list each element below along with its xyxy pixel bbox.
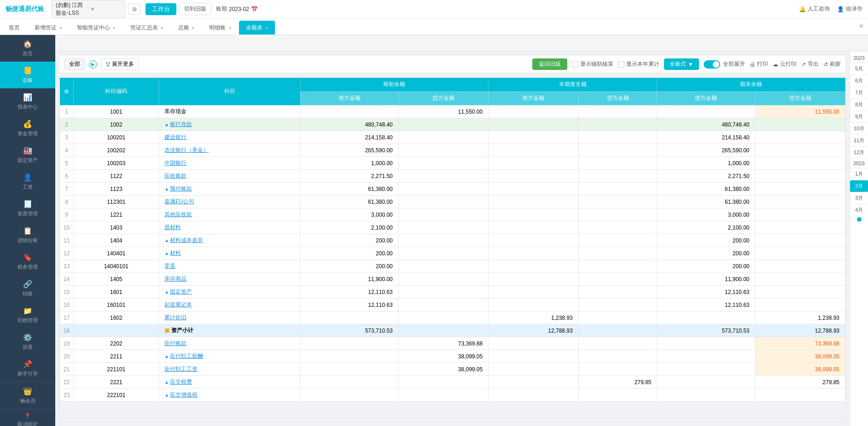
company-selector[interactable]: (勿删) 江西股金-LSS ▼ xyxy=(52,0,125,18)
sidebar-item-settings[interactable]: ⚙️ 设置 xyxy=(0,328,55,355)
print-button[interactable]: 🖨 打印 xyxy=(750,60,768,68)
open-credit-header: 贷方金额 xyxy=(398,92,488,105)
consult-button[interactable]: 🔔 人工咨询 xyxy=(799,5,830,13)
sidebar-item-payroll[interactable]: 👤 工资 xyxy=(0,168,55,195)
row-name[interactable]: ▲预付账款 xyxy=(159,183,300,196)
period-label: 账期 xyxy=(216,5,227,13)
row-name[interactable]: 农业银行（美金） xyxy=(159,144,300,157)
sidebar-item-tax[interactable]: 🔖 税务管理 xyxy=(0,248,55,275)
return-old-button[interactable]: 返回旧版 xyxy=(532,58,567,70)
tab-detail-ledger-close[interactable]: × xyxy=(228,25,231,30)
row-name[interactable]: ▲银行存款 xyxy=(159,118,300,131)
right-panel-11[interactable]: 11月 xyxy=(850,135,868,147)
row-name[interactable]: 嘉属EU公司 xyxy=(159,196,300,208)
right-panel-1[interactable]: 1月 xyxy=(850,168,868,180)
row-name[interactable]: ▲材料 xyxy=(159,247,300,260)
tab-voucher-summary-close[interactable]: × xyxy=(161,25,163,30)
sidebar-pin-toggle[interactable]: 📍 取消固定 xyxy=(0,409,55,426)
sidebar-item-archive[interactable]: 📁 归档管理 xyxy=(0,302,55,328)
sidebar-item-fixed-assets[interactable]: 🏭 固定资产 xyxy=(0,142,55,168)
right-panel-5[interactable]: 5月 xyxy=(850,63,868,75)
tab-general-ledger-close[interactable]: × xyxy=(192,25,195,30)
cloud-print-button[interactable]: ☁ 云打印 xyxy=(773,60,797,68)
sidebar-item-reports[interactable]: 📊 报表中心 xyxy=(0,88,55,115)
cur-credit xyxy=(578,350,657,363)
right-panel-6[interactable]: 6月 xyxy=(850,75,868,87)
tab-smart-voucher-close[interactable]: × xyxy=(113,25,116,30)
tab-detail-ledger[interactable]: 明细账 × xyxy=(202,21,238,35)
row-name[interactable]: ▲应付职工薪酬 xyxy=(159,350,300,363)
export-button[interactable]: ↗ 导出 xyxy=(801,60,819,68)
sidebar-item-invoice[interactable]: 🧾 发票管理 xyxy=(0,195,55,222)
cur-debit xyxy=(489,234,578,247)
cur-debit xyxy=(489,273,578,286)
close-all-tabs-button[interactable]: × xyxy=(859,22,863,30)
expand-all-toggle[interactable]: 全部展开 xyxy=(704,60,745,69)
row-name[interactable]: ▲固定资产 xyxy=(159,286,300,299)
right-panel-8[interactable]: 8月 xyxy=(850,99,868,111)
tab-voucher-summary[interactable]: 凭证汇总表 × xyxy=(123,21,170,35)
row-name[interactable]: 累计折旧 xyxy=(159,311,300,324)
end-credit-header: 贷方金额 xyxy=(755,92,845,105)
sidebar-item-closing[interactable]: 🔗 结账 xyxy=(0,275,55,302)
right-panel-2-active[interactable]: 2月 xyxy=(850,180,868,192)
copy-button[interactable]: ⧉ xyxy=(128,4,141,15)
row-name[interactable]: 其他应收款 xyxy=(159,208,300,221)
row-name[interactable]: 应付职工工资 xyxy=(159,363,300,376)
tab-general-ledger-label: 总账 xyxy=(178,24,189,32)
sidebar-item-home[interactable]: 🏠 首页 xyxy=(0,35,55,62)
sidebar-item-member[interactable]: 👑 畅会员 xyxy=(0,382,55,409)
sidebar-item-funds[interactable]: 💰 资金管理 xyxy=(0,115,55,142)
period-calendar-icon[interactable]: 📅 xyxy=(251,6,258,12)
tab-balance[interactable]: 余额表 × xyxy=(239,21,275,35)
right-panel-dot[interactable] xyxy=(857,217,862,222)
row-name[interactable]: 中国银行 xyxy=(159,157,300,170)
main-content: 全部 ▶ ▽ 展开更多 返回旧版 显示辅助核算 xyxy=(55,35,868,426)
row-name[interactable]: 零蛋 xyxy=(159,260,300,273)
row-name[interactable]: ▲材料成本差异 xyxy=(159,234,300,247)
show-aux-label: 显示辅助核算 xyxy=(580,60,613,68)
filter-all-button[interactable]: 全部 xyxy=(64,58,85,70)
user-button[interactable]: 👤 徐泽华 xyxy=(837,5,862,13)
end-credit xyxy=(755,157,845,170)
right-panel-10[interactable]: 10月 xyxy=(850,123,868,135)
tab-smart-voucher[interactable]: 智能凭证中心 × xyxy=(70,21,122,35)
sidebar-item-ledger[interactable]: 📒 总账 xyxy=(0,62,55,88)
right-panel-9[interactable]: 9月 xyxy=(850,111,868,123)
row-name[interactable]: 库存商品 xyxy=(159,273,300,286)
row-name[interactable]: 起提累记本 xyxy=(159,299,300,311)
refresh-button[interactable]: ↺ 刷新 xyxy=(823,60,841,68)
open-debit: 265,590.00 xyxy=(300,144,398,157)
tab-new-voucher[interactable]: 新增凭证 × xyxy=(28,21,69,35)
workbench-button[interactable]: 工作台 xyxy=(146,3,176,15)
full-style-button[interactable]: 全账式 ▼ xyxy=(664,58,699,70)
balance-table: ⚙ 科目编码 科目 期初余额 本期发生额 期末余额 借方金额 贷方金额 借方金额 xyxy=(59,77,845,402)
sidebar-item-guide[interactable]: 📌 新手引导 xyxy=(0,355,55,382)
tab-general-ledger[interactable]: 总账 × xyxy=(171,21,202,35)
row-name[interactable]: ▲应交税费 xyxy=(159,376,300,389)
row-name[interactable]: 原材料 xyxy=(159,221,300,234)
right-panel-7[interactable]: 7月 xyxy=(850,87,868,99)
right-panel-4[interactable]: 4月 xyxy=(850,204,868,216)
sidebar-guide-label: 新手引导 xyxy=(17,370,38,377)
end-credit xyxy=(755,170,845,183)
show-aux-checkbox[interactable]: 显示辅助核算 xyxy=(572,60,613,68)
row-name[interactable]: 应收账款 xyxy=(159,170,300,183)
row-name[interactable]: 应付账款 xyxy=(159,337,300,350)
right-panel-3[interactable]: 3月 xyxy=(850,192,868,204)
tab-new-voucher-close[interactable]: × xyxy=(59,25,62,30)
show-ytd-checkbox[interactable]: 显示本年累计 xyxy=(618,60,659,68)
expand-more-button[interactable]: ▽ 展开更多 xyxy=(101,58,139,70)
toggle-switch[interactable] xyxy=(704,60,720,69)
sidebar-item-purchase-sales[interactable]: 📋 进销台账 xyxy=(0,222,55,248)
row-name[interactable]: 建设银行 xyxy=(159,131,300,144)
open-debit: 573,710.53 xyxy=(300,324,398,337)
cur-credit xyxy=(578,234,657,247)
oldver-button[interactable]: 切到旧版 xyxy=(179,3,211,15)
filter-arrow-button[interactable]: ▶ xyxy=(89,60,97,69)
right-panel-12[interactable]: 12月 xyxy=(850,147,868,159)
tab-home[interactable]: 首页 xyxy=(2,21,27,35)
tab-balance-close[interactable]: × xyxy=(265,25,268,30)
row-name[interactable]: ▲应交增值税 xyxy=(159,389,300,402)
open-debit: 2,271.50 xyxy=(300,170,398,183)
